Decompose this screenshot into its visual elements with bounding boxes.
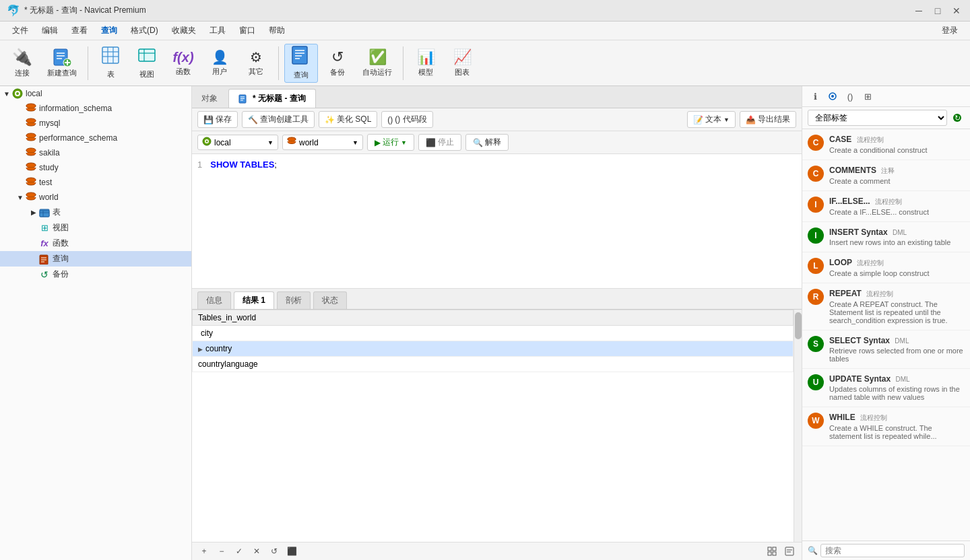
connection-select-label: local (214, 138, 231, 147)
menu-query[interactable]: 查询 (94, 22, 124, 39)
result-tab-status[interactable]: 状态 (313, 291, 347, 309)
sql-editor[interactable]: 1SHOW TABLES; (192, 154, 802, 289)
refresh-records-button[interactable]: ↺ (267, 545, 281, 558)
close-button[interactable]: ✕ (948, 4, 965, 18)
toolbar-backup[interactable]: ↺ 备份 (321, 44, 354, 83)
snippet-update-text: UPDATE Syntax DML Updates columns of exi… (829, 374, 965, 401)
code-block-button[interactable]: () () 代码段 (381, 111, 432, 128)
rp-grid-button[interactable]: ⊞ (860, 89, 875, 104)
menu-favorites[interactable]: 收藏夹 (165, 22, 203, 39)
toolbar-automation[interactable]: ✅ 自动运行 (357, 44, 397, 83)
user-icon: 👤 (212, 49, 228, 65)
toolbar-query[interactable]: 查询 (284, 44, 318, 83)
sidebar-item-test[interactable]: test (0, 175, 191, 190)
sidebar-item-tables-folder[interactable]: ▶ 表 (0, 205, 191, 220)
refresh-snippets-button[interactable]: ↻ (950, 110, 965, 125)
views-folder-label: 视图 (53, 222, 69, 234)
table-row[interactable]: countrylanguage (193, 357, 794, 372)
toolbar-model[interactable]: 📊 模型 (409, 44, 443, 83)
rp-code-button[interactable]: () (843, 89, 858, 104)
menu-format[interactable]: 格式(D) (124, 22, 165, 39)
toolbar-view[interactable]: 视图 (130, 44, 164, 83)
table-row[interactable]: ▶country (193, 341, 794, 357)
menu-edit[interactable]: 编辑 (35, 22, 65, 39)
toolbar-table[interactable]: 表 (94, 44, 127, 83)
stop-records-button[interactable]: ⬛ (285, 545, 298, 558)
table-row[interactable]: city (193, 326, 794, 341)
tab-objects[interactable]: 对象 (192, 90, 227, 108)
sidebar-item-functions-folder[interactable]: fx 函数 (0, 236, 191, 251)
menu-view[interactable]: 查看 (65, 22, 94, 39)
confirm-record-button[interactable]: ✓ (232, 545, 246, 558)
snippet-comments[interactable]: C COMMENTS 注释 Create a comment (802, 160, 970, 191)
menu-help[interactable]: 帮助 (262, 22, 292, 39)
search-input[interactable] (825, 546, 960, 555)
snippet-case-title: CASE 流程控制 (829, 135, 965, 145)
snippet-select[interactable]: S SELECT Syntax DML Retrieve rows select… (802, 330, 970, 369)
sidebar-item-backup-folder[interactable]: ↺ 备份 (0, 267, 191, 282)
tag-filter-select[interactable]: 全部标签 (808, 110, 947, 126)
model-icon: 📊 (417, 48, 435, 66)
snippet-ifelse-title: IF...ELSE... 流程控制 (829, 197, 965, 207)
toolbar-function[interactable]: f(x) 函数 (166, 44, 200, 83)
stop-icon: ⬛ (426, 138, 436, 147)
result-tab-info[interactable]: 信息 (197, 291, 231, 309)
tab-query-editor[interactable]: * 无标题 - 查询 (228, 89, 316, 108)
sidebar-item-study[interactable]: study (0, 160, 191, 175)
svg-point-54 (831, 95, 834, 98)
text-button[interactable]: 📝 文本 ▼ (687, 111, 736, 128)
run-button[interactable]: ▶ 运行 ▼ (367, 134, 414, 151)
snippet-case[interactable]: C CASE 流程控制 Create a conditional constru… (802, 129, 970, 160)
query-builder-button[interactable]: 🔨 查询创建工具 (242, 111, 315, 128)
connection-select[interactable]: local ▼ (197, 135, 278, 150)
beautify-button[interactable]: ✨ 美化 SQL (319, 111, 377, 128)
view-icon (138, 46, 156, 68)
snippet-loop[interactable]: L LOOP 流程控制 Create a simple loop constru… (802, 252, 970, 283)
toolbar-chart[interactable]: 📈 图表 (445, 44, 479, 83)
toolbar-automation-label: 自动运行 (362, 67, 392, 77)
result-tab-profile[interactable]: 剖析 (277, 291, 311, 309)
menu-tools[interactable]: 工具 (203, 22, 232, 39)
stop-button[interactable]: ⬛ 停止 (418, 134, 461, 151)
snippet-repeat[interactable]: R REPEAT 流程控制 Create A REPEAT construct.… (802, 283, 970, 330)
toolbar-new-query[interactable]: 新建查询 (42, 44, 82, 83)
rp-info-button[interactable]: ℹ (808, 89, 822, 104)
explain-button[interactable]: 🔍 解释 (465, 134, 509, 151)
rp-view-button[interactable] (825, 89, 840, 104)
database-select[interactable]: world ▼ (282, 135, 363, 150)
sidebar-item-mysql[interactable]: mysql (0, 116, 191, 131)
export-button[interactable]: 📤 导出结果 (740, 111, 796, 128)
snippet-ifelse[interactable]: I IF...ELSE... 流程控制 Create a IF...ELSE..… (802, 191, 970, 222)
result-tab-results[interactable]: 结果 1 (234, 291, 274, 309)
snippet-insert[interactable]: I INSERT Syntax DML Insert new rows into… (802, 222, 970, 252)
sidebar-item-performance-schema[interactable]: performance_schema (0, 131, 191, 145)
table-icon (102, 46, 119, 68)
form-view-button[interactable] (783, 545, 796, 558)
cancel-record-button[interactable]: ✕ (250, 545, 263, 558)
save-button[interactable]: 💾 保存 (197, 111, 238, 128)
menu-window[interactable]: 窗口 (232, 22, 262, 39)
sidebar-item-world[interactable]: ▼ world (0, 190, 191, 205)
remove-record-button[interactable]: − (215, 545, 228, 558)
sidebar-item-sakila[interactable]: sakila (0, 145, 191, 160)
sidebar-item-local[interactable]: ▼ local (0, 86, 191, 101)
add-record-button[interactable]: + (197, 545, 211, 558)
svg-rect-46 (768, 547, 771, 551)
minimize-button[interactable]: ─ (911, 4, 927, 18)
grid-view-button[interactable] (765, 545, 779, 558)
separator-1 (88, 46, 88, 80)
result-scrollbar[interactable] (794, 310, 802, 542)
cell-city: city (193, 326, 794, 341)
sidebar-item-information-schema[interactable]: information_schema (0, 101, 191, 116)
toolbar-connect[interactable]: 🔌 连接 (5, 44, 39, 83)
sidebar-item-queries-folder[interactable]: 查询 (0, 251, 191, 267)
snippet-update[interactable]: U UPDATE Syntax DML Updates columns of e… (802, 369, 970, 407)
toolbar-other[interactable]: ⚙ 其它 (239, 44, 273, 83)
toolbar-user[interactable]: 👤 用户 (203, 44, 236, 83)
export-icon: 📤 (746, 115, 756, 125)
snippet-while[interactable]: W WHILE 流程控制 Create a WHILE construct. T… (802, 407, 970, 446)
login-button[interactable]: 登录 (935, 22, 965, 39)
menu-file[interactable]: 文件 (5, 22, 35, 39)
maximize-button[interactable]: □ (930, 4, 946, 18)
sidebar-item-views-folder[interactable]: ⊞ 视图 (0, 220, 191, 236)
